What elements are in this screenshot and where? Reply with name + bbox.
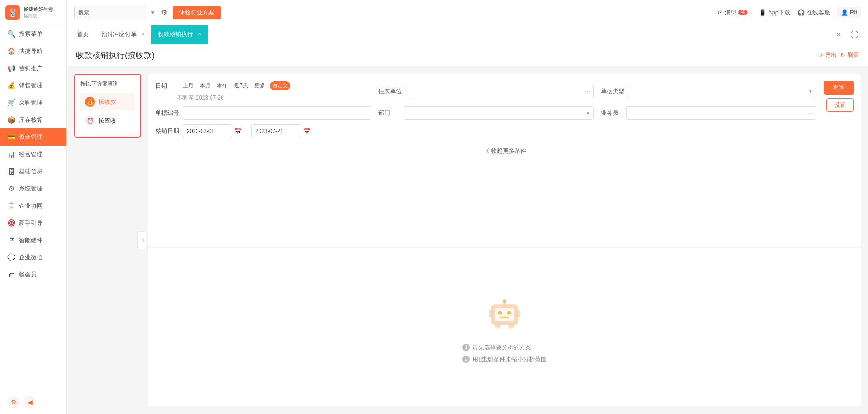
purchase-icon: 🛒 <box>7 99 15 107</box>
export-icon: ↗ <box>818 52 823 59</box>
sidebar-item-hardware[interactable]: 🖥 智能硬件 <box>0 232 66 249</box>
svg-rect-9 <box>495 324 501 328</box>
counterpart-field: 往来单位 ··· <box>378 85 594 98</box>
sidebar-item-member[interactable]: 🏷 畅会员 <box>0 266 66 283</box>
app-download-button[interactable]: 📱 App下载 <box>759 9 790 17</box>
custom-date-tag[interactable]: 自定义 <box>270 81 290 90</box>
last7days-btn[interactable]: 近7天 <box>232 81 250 90</box>
message-label: 消息 <box>725 9 736 17</box>
sidebar-item-purchase[interactable]: 🛒 采购管理 <box>0 94 66 111</box>
sidebar-item-inventory[interactable]: 📦 库存核算 <box>0 111 66 128</box>
query-button[interactable]: 查询 <box>824 81 854 95</box>
message-button[interactable]: ✉ 消息 99 + <box>718 9 752 17</box>
this-month-btn[interactable]: 本月 <box>198 81 212 90</box>
verify-date-end-input[interactable] <box>251 124 301 138</box>
sidebar-item-collab[interactable]: 📋 企业协同 <box>0 197 66 214</box>
gear-icon[interactable]: ⚙ <box>161 8 167 17</box>
sidebar-item-search[interactable]: 🔍 搜索菜单 <box>0 25 66 43</box>
fields-row-2: 单据编号 部门 <box>156 106 816 120</box>
online-service-button[interactable]: 🎧 在线客服 <box>797 9 830 17</box>
chevron-down-icon[interactable]: ▼ <box>150 10 156 16</box>
last-month-btn[interactable]: 上月 <box>181 81 195 90</box>
export-label: 导出 <box>825 51 837 59</box>
message-badge: 99 <box>738 10 747 15</box>
sidebar-label-system: 系统管理 <box>19 185 42 193</box>
expand-window-button[interactable]: ⛶ <box>848 29 861 41</box>
collapse-more-label: 收起更多条件 <box>491 147 526 155</box>
sidebar-item-weixin[interactable]: 💬 企业微信 <box>0 249 66 266</box>
filter-label-receivable: 按应收 <box>99 117 116 125</box>
close-icon[interactable]: ✕ <box>141 31 145 37</box>
filter-collapse-button[interactable]: 《 <box>137 231 146 249</box>
filter-item-by-receipt[interactable]: 💰 按收款 <box>80 93 135 110</box>
svg-point-6 <box>503 299 506 302</box>
message-plus: + <box>749 10 752 15</box>
this-year-btn[interactable]: 本年 <box>215 81 230 90</box>
logo-text-block: 畅捷通好生意 标准版 <box>24 6 53 19</box>
header-search-input[interactable] <box>74 6 146 19</box>
close-icon[interactable]: ✕ <box>198 31 202 37</box>
sidebar-item-finance[interactable]: 💳 资金管理 <box>0 128 66 146</box>
empty-state-area: 1 请先选择要分析的方案 2 用[过滤]条件来缩小分析范围 <box>148 248 861 407</box>
more-date-btn[interactable]: 更多 <box>253 81 267 90</box>
docno-input[interactable] <box>183 106 371 120</box>
tab-home[interactable]: 首页 <box>71 25 95 44</box>
sidebar-label-search: 搜索菜单 <box>19 30 42 38</box>
message-icon: ✉ <box>718 9 723 16</box>
verify-date-start-input[interactable] <box>183 124 232 138</box>
calendar-end-icon[interactable]: 📅 <box>303 128 311 135</box>
sidebar-item-guide[interactable]: 🎯 新手引导 <box>0 214 66 232</box>
page-actions: ↗ 导出 ↻ 刷新 <box>818 51 859 65</box>
service-icon: 🎧 <box>797 9 805 16</box>
tab-verify[interactable]: 收款核销执行 ✕ <box>151 25 208 44</box>
sidebar-item-operations[interactable]: 📊 经营管理 <box>0 146 66 163</box>
refresh-icon: ↻ <box>840 52 845 59</box>
svg-rect-8 <box>517 309 520 317</box>
sidebar-item-basicinfo[interactable]: 🗄 基础信息 <box>0 163 66 180</box>
sidebar-collapse-button[interactable]: ◀ <box>24 396 36 409</box>
refresh-label: 刷新 <box>847 51 859 59</box>
empty-tip-1: 1 请先选择要分析的方案 <box>462 343 546 352</box>
tab-bar-end: ✕ ⛶ <box>832 29 864 41</box>
settings-button[interactable]: 设置 <box>826 98 854 112</box>
sidebar-item-system[interactable]: ⚙ 系统管理 <box>0 180 66 197</box>
settings-bottom-icon[interactable]: ⚙ <box>7 396 20 409</box>
calendar-start-icon[interactable]: 📅 <box>234 128 242 135</box>
sidebar-item-sales[interactable]: 💰 销售管理 <box>0 77 66 94</box>
docno-label: 单据编号 <box>156 109 179 117</box>
home-icon: 🏠 <box>7 47 15 55</box>
svg-rect-4 <box>500 316 509 318</box>
export-button[interactable]: ↗ 导出 <box>818 51 837 59</box>
header-search-area: ▼ <box>74 6 156 19</box>
member-icon: 🏷 <box>7 271 15 279</box>
dept-select[interactable] <box>404 106 594 120</box>
counterpart-dots-icon[interactable]: ··· <box>585 88 590 95</box>
collapse-more-button[interactable]: 《 收起更多条件 <box>156 143 854 159</box>
sidebar-item-quicknav[interactable]: 🏠 快捷导航 <box>0 43 66 60</box>
doctype-select[interactable] <box>628 85 816 98</box>
doctype-select-wrapper: ▼ <box>628 85 816 98</box>
tab-prepay[interactable]: 预付冲应付单 ✕ <box>95 25 151 44</box>
close-window-button[interactable]: ✕ <box>832 29 844 41</box>
filter-item-by-receivable[interactable]: ⏰ 按应收 <box>80 112 135 129</box>
logo-area: 🐰 畅捷通好生意 标准版 <box>0 0 66 25</box>
date-row: 日期 上月 本月 本年 近7天 更多 自定义 <box>156 81 290 90</box>
query-wrapper: 日期 上月 本月 本年 近7天 更多 自定义 <box>148 74 861 406</box>
empty-illustration <box>482 291 527 336</box>
logo-icon: 🐰 <box>5 5 20 20</box>
user-menu-button[interactable]: 👤 Rit <box>837 7 861 18</box>
receipt-filter-icon: 💰 <box>85 97 95 107</box>
solution-button[interactable]: 体验行业方案 <box>173 6 221 19</box>
fields-row-1: 日期 上月 本月 本年 近7天 更多 自定义 <box>156 81 816 102</box>
logo-name: 畅捷通好生意 <box>24 6 53 12</box>
salesperson-input[interactable] <box>626 106 816 120</box>
header-right-area: ✉ 消息 99 + 📱 App下载 🎧 在线客服 👤 Rit <box>718 7 861 18</box>
counterpart-input[interactable] <box>406 85 594 98</box>
refresh-button[interactable]: ↻ 刷新 <box>840 51 859 59</box>
operations-icon: 📊 <box>7 150 15 158</box>
salesperson-dots-icon[interactable]: ··· <box>807 109 813 117</box>
sidebar-item-marketing[interactable]: 📢 营销推广 <box>0 60 66 77</box>
weixin-icon: 💬 <box>7 253 15 262</box>
date-unlimited-text: 不限 <box>177 95 187 101</box>
filter-panel: 按以下方案查询 💰 按收款 ⏰ 按应收 <box>74 74 141 138</box>
